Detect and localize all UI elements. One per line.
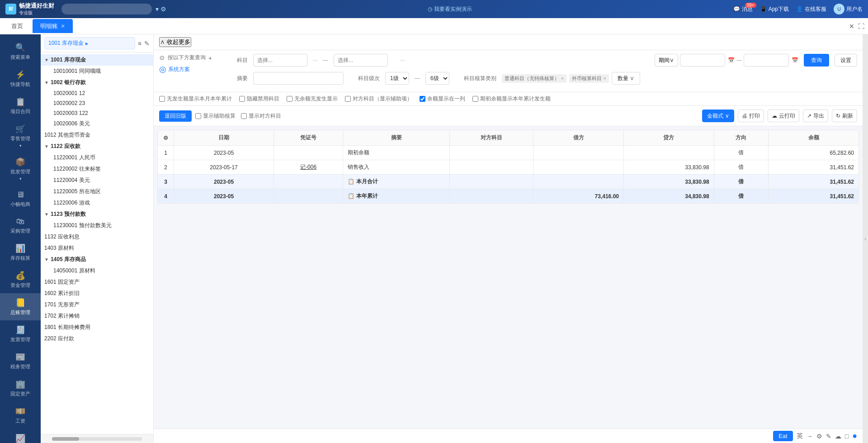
tree-item-1403[interactable]: 1403 原材料 (41, 243, 153, 254)
tree-item-1002[interactable]: ▼ 1002 银行存款 (41, 77, 153, 88)
settings-icon[interactable]: ⚙ (160, 5, 166, 13)
sidebar-item-quick-nav[interactable]: ⚡ 快捷导航 (0, 65, 41, 92)
sidebar-item-assets[interactable]: 🏢 固定资产 (0, 375, 41, 402)
dropdown-icon[interactable]: ▾ (156, 5, 159, 13)
amount-format-button[interactable]: 金额式 ∨ (702, 110, 734, 122)
sidebar-item-management[interactable]: 📈 经营管理 (0, 429, 41, 443)
checkbox-balance-in-one-col-input[interactable] (420, 96, 425, 102)
tree-item-1602[interactable]: 1602 累计折旧 (41, 288, 153, 299)
refresh-button[interactable]: ↻ 刷新 (832, 110, 857, 122)
tree-item-11220002[interactable]: 11220002 往来标签 (41, 163, 153, 175)
demo-link[interactable]: ◷ 我要看实例演示 (428, 5, 472, 13)
bottom-blue-circle-icon[interactable]: ● (852, 431, 857, 441)
search-input[interactable] (61, 4, 152, 14)
tree-item-10020001[interactable]: 10020001 12 (41, 88, 153, 98)
sidebar-item-retail[interactable]: 🛒 零售管理 ▾ (0, 119, 41, 152)
period-start-input[interactable]: 2023-05 (680, 54, 725, 67)
tree-item-1001[interactable]: ▼ 1001 库存现金 (41, 54, 153, 66)
tree-item-1702[interactable]: 1702 累计摊销 (41, 310, 153, 322)
tab-detail-account[interactable]: 明细账 ✕ (33, 19, 73, 33)
checkbox-opposite-subject-input[interactable] (345, 96, 351, 102)
tree-item-10020003[interactable]: 10020003 122 (41, 108, 153, 118)
checkbox-opposite-subject[interactable]: 对方科目（显示辅助项） (345, 95, 412, 103)
sidebar-item-ledger[interactable]: 📒 总账管理 (0, 293, 41, 320)
th-settings[interactable]: ⚙ (158, 130, 174, 146)
subject-end-input[interactable] (334, 54, 388, 67)
tree-item-1123[interactable]: ▼ 1123 预付款数 (41, 209, 153, 220)
tree-item-11220004[interactable]: 11220004 美元 (41, 175, 153, 186)
checkbox-balance-in-one-col[interactable]: 余额显示在一列 (420, 95, 465, 103)
sidebar-item-salary[interactable]: 💴 工资 (0, 402, 41, 429)
checkbox-hide-disabled[interactable]: 隐藏禁用科目 (239, 95, 279, 103)
tab-home[interactable]: 首页 (4, 19, 31, 33)
tree-item-1405[interactable]: ▼ 1405 库存商品 (41, 254, 153, 265)
cloud-print-button[interactable]: ☁ 云打印 (768, 110, 799, 122)
checkbox-no-balance-no-occurrence[interactable]: 无余额无发生显示 (287, 95, 338, 103)
scheme-name[interactable]: ◎ 系统方案 (159, 64, 231, 74)
sidebar-item-search[interactable]: 🔍 搜索菜单 (0, 38, 41, 65)
sidebar-item-tax[interactable]: 📰 税务管理 (0, 348, 41, 375)
tree-item-1012[interactable]: 1012 其他货币资金 (41, 129, 153, 141)
tab-close-all-icon[interactable]: ✕ (849, 23, 854, 30)
calendar-start-icon[interactable]: 📅 (728, 57, 735, 63)
subject-start-input[interactable] (253, 54, 307, 67)
setting-button[interactable]: 设置 (835, 54, 857, 67)
tree-item-10020006[interactable]: 10020006 美元 (41, 118, 153, 129)
checkbox-opening-balance[interactable]: 期初余额显示本年累计发生额 (472, 95, 551, 103)
bottom-settings-icon[interactable]: ⚙ (816, 433, 822, 440)
bottom-arrow-icon[interactable]: → (807, 433, 813, 440)
sidebar-item-project[interactable]: 📋 项目合同 (0, 92, 41, 119)
tree-item-1801[interactable]: 1801 长期待摊费用 (41, 322, 153, 333)
sidebar-item-ecommerce[interactable]: 🖥 小畅电商 (0, 186, 41, 212)
bottom-square-icon[interactable]: □ (845, 433, 849, 440)
sidebar-item-invoice[interactable]: 🧾 发票管理 (0, 320, 41, 348)
tab-close-icon[interactable]: ✕ (61, 23, 65, 29)
edit-view-icon[interactable]: ✎ (144, 40, 150, 47)
top-search[interactable] (61, 4, 152, 14)
checkbox-hide-disabled-input[interactable] (239, 96, 245, 102)
tree-item-11220001[interactable]: 11220001 人民币 (41, 152, 153, 163)
checkbox-no-balance[interactable]: 无发生额显示本月本年累计 (159, 95, 232, 103)
tree-item-1701[interactable]: 1701 无形资产 (41, 299, 153, 310)
sidebar-item-purchase[interactable]: 🛍 采购管理 (0, 212, 41, 239)
current-account-selector[interactable]: 1001 库存现金 ▸ (44, 37, 135, 49)
tag-foreign-close-icon[interactable]: × (604, 76, 606, 81)
bottom-edit-icon[interactable]: ✎ (826, 433, 831, 440)
period-dropdown-btn[interactable]: 期间∨ (655, 54, 678, 67)
tree-item-2202[interactable]: 2202 应付款 (41, 333, 153, 344)
online-service-button[interactable]: 👤 在线客服 (796, 5, 826, 13)
checkbox-no-balance-no-occurrence-input[interactable] (287, 96, 292, 102)
list-view-icon[interactable]: ≡ (138, 40, 142, 47)
show-opposite-checkbox[interactable]: 显示对方科目 (241, 112, 281, 120)
query-button[interactable]: 查询 (804, 54, 829, 67)
export-button[interactable]: ↗ 导出 (803, 110, 828, 122)
message-button[interactable]: 💬 消息 99+ (733, 5, 753, 13)
sidebar-item-inventory[interactable]: 📊 库存核算 (0, 239, 41, 266)
period-end-input[interactable]: 2023-05 (744, 54, 789, 67)
tree-item-14050001[interactable]: 14050001 原材料 (41, 265, 153, 276)
show-opposite-input[interactable] (241, 113, 247, 119)
bottom-cloud-icon[interactable]: ☁ (835, 433, 841, 440)
tree-item-1601[interactable]: 1601 固定资产 (41, 276, 153, 288)
show-assist-input[interactable] (195, 113, 201, 119)
tree-item-10020002[interactable]: 10020002 23 (41, 98, 153, 108)
level-end-select[interactable]: 6级5级4级 (425, 72, 449, 85)
level-start-select[interactable]: 1级2级3级 (385, 72, 409, 85)
tree-item-11220006[interactable]: 11220006 游戏 (41, 197, 153, 209)
sidebar-item-wholesale[interactable]: 📦 批发管理 ▾ (0, 152, 41, 186)
bottom-lang-icon[interactable]: 英 (797, 432, 803, 440)
tree-item-11230001[interactable]: 11230001 预付款数美元 (41, 220, 153, 231)
td-voucher-2[interactable]: 记-006 (274, 160, 343, 175)
summary-input[interactable] (253, 72, 344, 85)
print-button[interactable]: 🖨 打印 (738, 110, 764, 122)
calendar-end-icon[interactable]: 📅 (792, 57, 798, 63)
tree-item-11220005[interactable]: 11220005 所在地区 (41, 186, 153, 197)
app-download-button[interactable]: 📱 App下载 (760, 5, 789, 13)
user-avatar[interactable]: U 用户名 (834, 4, 863, 14)
tag-normal-close-icon[interactable]: × (561, 76, 564, 81)
back-to-old-version-button[interactable]: 退回旧版 (159, 110, 192, 122)
sidebar-item-finance[interactable]: 💰 资金管理 (0, 266, 41, 293)
tree-item-10010001[interactable]: 10010001 同同哦哦 (41, 66, 153, 77)
quantity-dropdown-btn[interactable]: 数量 ∨ (612, 72, 640, 85)
bottom-eat-button[interactable]: Eat (773, 431, 793, 441)
